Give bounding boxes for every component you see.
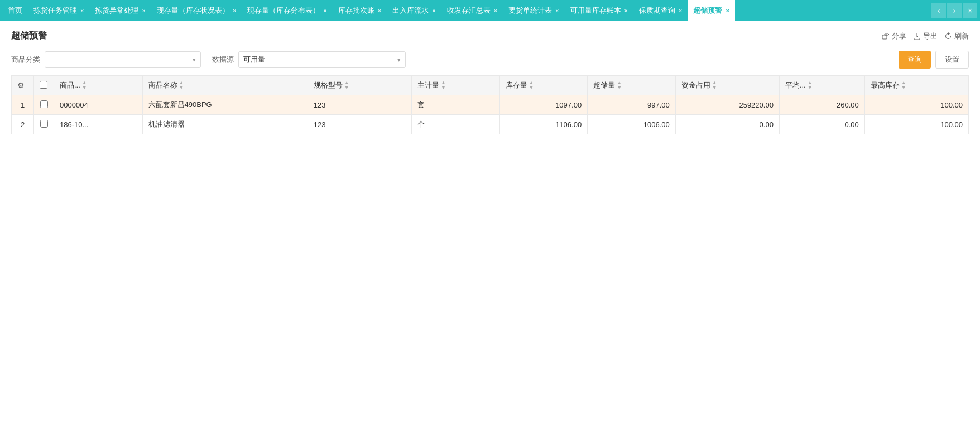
- share-button[interactable]: 分享: [882, 31, 906, 41]
- share-label: 分享: [892, 31, 906, 41]
- sort-stock[interactable]: 库存量 ▲▼: [506, 80, 534, 90]
- sort-arrows-unit: ▲▼: [441, 80, 446, 90]
- th-maxstock-label: 最高库存: [871, 80, 900, 90]
- nav-item-6[interactable]: 出入库流水 ×: [387, 0, 441, 21]
- sort-arrows-capital: ▲▼: [712, 80, 717, 90]
- nav-item-2[interactable]: 拣货异常处理 ×: [89, 0, 151, 21]
- page-header: 超储预警 分享 导出 刷新: [11, 30, 969, 42]
- nav-next-button[interactable]: ›: [947, 3, 962, 18]
- nav-item-11[interactable]: 超储预警 ×: [688, 0, 734, 21]
- sort-arrows-maxstock: ▲▼: [901, 80, 906, 90]
- category-label: 商品分类: [11, 55, 40, 65]
- th-overflow-label: 超储量: [593, 80, 615, 90]
- nav-item-8[interactable]: 要货单统计表 ×: [503, 0, 564, 21]
- datasource-filter: 数据源 可用量 ▾: [212, 51, 406, 68]
- th-avg-label: 平均...: [785, 80, 806, 90]
- top-nav: 首页 拣货任务管理 × 拣货异常处理 × 现存量（库存状况表） × 现存量（库存…: [0, 0, 980, 21]
- close-icon-4[interactable]: ×: [323, 7, 326, 14]
- nav-item-4[interactable]: 现存量（库存分布表） ×: [242, 0, 332, 21]
- close-icon-9[interactable]: ×: [624, 7, 628, 14]
- nav-label-4: 现存量（库存分布表）: [247, 6, 320, 16]
- sort-overflow[interactable]: 超储量 ▲▼: [593, 80, 622, 90]
- export-label: 导出: [923, 31, 938, 41]
- sort-maxstock[interactable]: 最高库存 ▲▼: [871, 80, 906, 90]
- nav-label-10: 保质期查询: [639, 6, 675, 16]
- table-row: 1 0000004 六配套新昌490BPG 123 套 1097.00 997.…: [12, 95, 969, 115]
- sort-code[interactable]: 商品... ▲▼: [60, 80, 87, 90]
- cell-checkbox: [34, 115, 54, 134]
- gear-icon[interactable]: ⚙: [17, 81, 25, 90]
- row-checkbox[interactable]: [40, 120, 48, 128]
- nav-item-3[interactable]: 现存量（库存状况表） ×: [151, 0, 242, 21]
- close-icon-8[interactable]: ×: [555, 7, 559, 14]
- th-spec: 规格型号 ▲▼: [308, 76, 411, 95]
- nav-label-2: 拣货异常处理: [95, 6, 138, 16]
- share-icon: [882, 32, 890, 40]
- close-icon-1[interactable]: ×: [80, 7, 84, 14]
- category-select[interactable]: ▾: [45, 51, 201, 68]
- th-unit: 主计量 ▲▼: [411, 76, 499, 95]
- cell-code: 186-10...: [54, 115, 143, 134]
- nav-item-9[interactable]: 可用量库存账本 ×: [565, 0, 633, 21]
- datasource-label: 数据源: [212, 55, 234, 65]
- nav-item-home[interactable]: 首页: [2, 0, 28, 21]
- nav-prev-button[interactable]: ‹: [931, 3, 946, 18]
- page-content: 超储预警 分享 导出 刷新: [0, 21, 980, 143]
- nav-label-5: 库存批次账: [338, 6, 374, 16]
- cell-maxstock: 100.00: [864, 115, 968, 134]
- th-name: 商品名称 ▲▼: [142, 76, 308, 95]
- close-icon-11[interactable]: ×: [726, 7, 729, 14]
- cell-avg: 260.00: [779, 95, 864, 115]
- nav-item-5[interactable]: 库存批次账 ×: [333, 0, 387, 21]
- sort-arrows-avg: ▲▼: [808, 80, 813, 90]
- sort-avg[interactable]: 平均... ▲▼: [785, 80, 813, 90]
- category-filter: 商品分类 ▾: [11, 51, 201, 68]
- close-icon-7[interactable]: ×: [494, 7, 497, 14]
- nav-item-10[interactable]: 保质期查询 ×: [633, 0, 688, 21]
- table-body: 1 0000004 六配套新昌490BPG 123 套 1097.00 997.…: [12, 95, 969, 134]
- th-checkbox: [34, 76, 54, 95]
- sort-arrows-overflow: ▲▼: [617, 80, 622, 90]
- export-button[interactable]: 导出: [913, 31, 938, 41]
- refresh-button[interactable]: 刷新: [944, 31, 969, 41]
- filter-row: 商品分类 ▾ 数据源 可用量 ▾ 查询 设置: [11, 51, 969, 69]
- close-icon-3[interactable]: ×: [233, 7, 236, 14]
- cell-index: 1: [12, 95, 34, 115]
- data-table: ⚙ 商品... ▲▼ 商品名称 ▲▼: [11, 75, 969, 134]
- th-spec-label: 规格型号: [314, 80, 343, 90]
- cell-index: 2: [12, 115, 34, 134]
- query-button[interactable]: 查询: [899, 51, 931, 69]
- nav-item-1[interactable]: 拣货任务管理 ×: [28, 0, 89, 21]
- settings-button[interactable]: 设置: [935, 51, 969, 69]
- th-settings: ⚙: [12, 76, 34, 95]
- close-icon-6[interactable]: ×: [432, 7, 435, 14]
- filter-actions: 查询 设置: [899, 51, 969, 69]
- cell-stock: 1097.00: [499, 95, 588, 115]
- nav-more-button[interactable]: ×: [963, 3, 977, 18]
- cell-checkbox: [34, 95, 54, 115]
- cell-overflow: 1006.00: [588, 115, 676, 134]
- datasource-select[interactable]: 可用量 ▾: [238, 51, 406, 68]
- cell-unit: 套: [411, 95, 499, 115]
- th-overflow: 超储量 ▲▼: [588, 76, 676, 95]
- cell-name: 机油滤清器: [142, 115, 308, 134]
- sort-arrows-stock: ▲▼: [529, 80, 534, 90]
- row-checkbox[interactable]: [40, 100, 48, 108]
- th-stock-label: 库存量: [506, 80, 527, 90]
- nav-item-7[interactable]: 收发存汇总表 ×: [441, 0, 503, 21]
- sort-capital[interactable]: 资金占用 ▲▼: [681, 80, 717, 90]
- nav-label-8: 要货单统计表: [508, 6, 552, 16]
- close-icon-5[interactable]: ×: [378, 7, 381, 14]
- sort-unit[interactable]: 主计量 ▲▼: [417, 80, 446, 90]
- close-icon-10[interactable]: ×: [679, 7, 682, 14]
- nav-label-9: 可用量库存账本: [570, 6, 621, 16]
- th-capital-label: 资金占用: [681, 80, 710, 90]
- select-all-checkbox[interactable]: [40, 81, 47, 89]
- sort-spec[interactable]: 规格型号 ▲▼: [314, 80, 349, 90]
- sort-name[interactable]: 商品名称 ▲▼: [148, 80, 184, 90]
- svg-rect-0: [882, 35, 887, 39]
- close-icon-2[interactable]: ×: [142, 7, 145, 14]
- cell-code: 0000004: [54, 95, 143, 115]
- th-name-label: 商品名称: [148, 80, 177, 90]
- th-unit-label: 主计量: [417, 80, 439, 90]
